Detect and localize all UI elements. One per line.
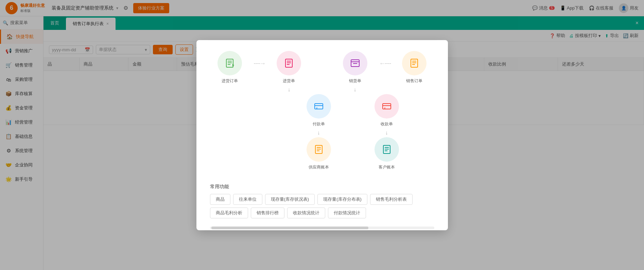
purchase-order-icon [217, 51, 242, 75]
svg-text:¥: ¥ [316, 107, 318, 110]
common-btn-商品毛利分析[interactable]: 商品毛利分析 [210, 208, 248, 218]
arrow-left-1: ←- - - [379, 59, 390, 67]
purchase-order-label: 进货订单 [222, 78, 238, 84]
dialog: 进货订单 - - -→ 进货单 [196, 40, 448, 230]
flow-row-2: ¥ 付款单 ¥ 收款单 [210, 94, 434, 127]
sales-order-label: 销售订单 [406, 78, 422, 84]
arrow-down-purchase: ↓ [269, 87, 309, 93]
purchase-bill-label: 进货单 [283, 78, 295, 84]
common-btn-付款情况统计[interactable]: 付款情况统计 [328, 208, 366, 218]
flow-node-purchase-order[interactable]: 进货订单 [210, 51, 249, 84]
receipt-icon: ¥ [375, 94, 399, 119]
arrow-down-sales: ↓ [335, 87, 375, 93]
sales-bill-label: 销货单 [349, 78, 361, 84]
flow-row-3: 供应商账本 客户账本 [210, 137, 434, 170]
common-section: 常用功能 商品往来单位现存量(库存状况表)现存量(库存分布表)销售毛利分析表商品… [196, 184, 448, 227]
receipt-label: 收款单 [381, 121, 393, 127]
scroll-track [210, 227, 434, 229]
flow-node-sales-bill[interactable]: 销货单 [335, 51, 375, 84]
scroll-thumb [211, 227, 368, 229]
common-btn-销售毛利分析表[interactable]: 销售毛利分析表 [370, 194, 413, 205]
customer-icon [375, 137, 399, 162]
payment-label: 付款单 [313, 121, 325, 127]
arrow-right-1: - - -→ [254, 59, 265, 67]
dialog-content: 进货订单 - - -→ 进货单 [196, 40, 448, 184]
flow-node-receipt[interactable]: ¥ 收款单 [366, 94, 407, 127]
common-buttons-container: 商品往来单位现存量(库存状况表)现存量(库存分布表)销售毛利分析表商品毛利分析销… [210, 194, 434, 218]
arrow-down-payment: ↓ [298, 130, 339, 136]
arrow-down-receipt: ↓ [366, 130, 407, 136]
flow-node-customer[interactable]: 客户账本 [366, 137, 407, 170]
purchase-bill-icon [277, 51, 301, 75]
common-btn-现存量(库存分布表)[interactable]: 现存量(库存分布表) [317, 194, 367, 205]
sales-bill-icon [343, 51, 367, 75]
common-btn-商品[interactable]: 商品 [210, 194, 230, 205]
common-btn-现存量(库存状况表)[interactable]: 现存量(库存状况表) [265, 194, 315, 205]
arrows-down-row2: ↓ ↓ [210, 130, 434, 136]
customer-label: 客户账本 [379, 164, 395, 170]
common-btn-销售排行榜[interactable]: 销售排行榜 [251, 208, 284, 218]
flow-node-purchase-bill[interactable]: 进货单 [269, 51, 309, 84]
common-btn-收款情况统计[interactable]: 收款情况统计 [287, 208, 325, 218]
supplier-label: 供应商账本 [309, 164, 329, 170]
payment-icon: ¥ [307, 94, 331, 119]
overlay[interactable]: 进货订单 - - -→ 进货单 [0, 0, 644, 270]
dialog-scroll[interactable] [196, 227, 448, 230]
flow-row-1: 进货订单 - - -→ 进货单 [210, 51, 434, 84]
flow-node-supplier[interactable]: 供应商账本 [298, 137, 339, 170]
common-title: 常用功能 [210, 184, 434, 190]
flow-node-sales-order[interactable]: 销售订单 [395, 51, 434, 84]
supplier-icon [307, 137, 331, 162]
flow-node-payment[interactable]: ¥ 付款单 [298, 94, 339, 127]
arrows-down-row1: ↓ ↓ [210, 87, 434, 93]
sales-order-icon [402, 51, 427, 75]
svg-text:¥: ¥ [384, 107, 386, 110]
common-btn-往来单位[interactable]: 往来单位 [233, 194, 262, 205]
